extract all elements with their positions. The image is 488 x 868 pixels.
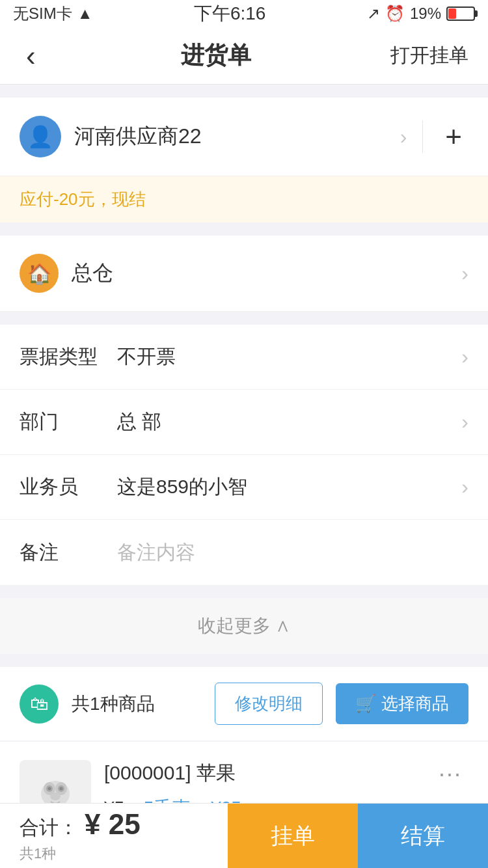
location-icon: ↗ [367, 5, 380, 23]
salesman-label: 业务员 [20, 474, 104, 500]
status-time: 下午6:16 [194, 1, 266, 26]
supplier-name: 河南供应商22 [74, 122, 394, 151]
warehouse-name: 总仓 [72, 259, 455, 288]
footer-sub: 共1种 [20, 844, 208, 863]
svg-point-5 [48, 787, 51, 791]
avatar-icon: 👤 [27, 124, 53, 149]
form-section: 票据类型 不开票 › 部门 总 部 › 业务员 这是859的小智 › 备注 备注… [0, 325, 488, 585]
products-icon: 🛍 [20, 685, 59, 724]
products-header: 🛍 共1种商品 修改明细 🛒 选择商品 [0, 667, 488, 740]
supplier-row[interactable]: 👤 河南供应商22 › + [0, 98, 488, 176]
supplier-notice: 应付-20元，现结 [0, 176, 488, 223]
remark-row[interactable]: 备注 备注内容 [0, 520, 488, 585]
footer-total: 合计： ¥ 25 共1种 [0, 808, 228, 863]
remark-input[interactable]: 备注内容 [104, 539, 468, 566]
product-title: 苹果 [197, 762, 236, 783]
open-hang-button[interactable]: 打开挂单 [390, 42, 468, 69]
supplier-avatar: 👤 [20, 116, 61, 157]
page-title: 进货单 [181, 40, 251, 72]
salesman-chevron-icon: › [461, 475, 468, 499]
wifi-signal-icon: ▲ [77, 5, 93, 23]
hang-button[interactable]: 挂单 [228, 804, 358, 869]
back-button[interactable]: ‹ [20, 35, 42, 77]
battery-icon [446, 7, 475, 21]
svg-point-6 [60, 787, 63, 791]
product-name: [0000001] 苹果 [104, 760, 419, 787]
select-product-button[interactable]: 🛒 选择商品 [336, 683, 468, 724]
status-left: 无SIM卡 ▲ [13, 3, 92, 24]
status-right: ↗ ⏰ 19% [367, 5, 475, 23]
status-bar: 无SIM卡 ▲ 下午6:16 ↗ ⏰ 19% [0, 0, 488, 27]
product-code: [0000001] [104, 762, 191, 783]
department-chevron-icon: › [461, 410, 468, 434]
divider [422, 120, 423, 153]
invoice-type-value: 不开票 [104, 344, 455, 370]
svg-point-7 [50, 793, 61, 800]
invoice-type-chevron-icon: › [461, 345, 468, 369]
products-count: 共1种商品 [72, 692, 202, 716]
department-value: 总 部 [104, 409, 455, 435]
checkout-button[interactable]: 结算 [358, 804, 488, 869]
nav-bar: ‹ 进货单 打开挂单 [0, 27, 488, 85]
alarm-icon: ⏰ [385, 5, 405, 23]
footer-total-main: 合计： ¥ 25 [20, 808, 208, 841]
invoice-type-row[interactable]: 票据类型 不开票 › [0, 325, 488, 390]
collapse-bar[interactable]: 收起更多 ∧ [0, 598, 488, 654]
department-label: 部门 [20, 409, 104, 435]
supplier-chevron-icon: › [400, 125, 407, 149]
edit-detail-button[interactable]: 修改明细 [215, 683, 323, 725]
footer-bar: 合计： ¥ 25 共1种 挂单 结算 [0, 803, 488, 868]
total-label: 合计： [20, 815, 78, 841]
battery-percentage: 19% [410, 5, 441, 23]
total-amount: ¥ 25 [85, 808, 141, 841]
invoice-type-label: 票据类型 [20, 344, 104, 370]
select-product-icon: 🛒 [355, 694, 376, 714]
add-supplier-button[interactable]: + [439, 120, 468, 153]
product-more-button[interactable]: ··· [432, 760, 468, 787]
carrier-text: 无SIM卡 [13, 3, 72, 24]
warehouse-section[interactable]: 🏠 总仓 › [0, 236, 488, 312]
warehouse-chevron-icon: › [461, 262, 468, 286]
supplier-section: 👤 河南供应商22 › + 应付-20元，现结 [0, 98, 488, 223]
department-row[interactable]: 部门 总 部 › [0, 390, 488, 455]
salesman-row[interactable]: 业务员 这是859的小智 › [0, 455, 488, 520]
select-product-label: 选择商品 [381, 692, 449, 715]
remark-label: 备注 [20, 539, 104, 566]
salesman-value: 这是859的小智 [104, 474, 455, 500]
warehouse-icon: 🏠 [20, 254, 59, 293]
